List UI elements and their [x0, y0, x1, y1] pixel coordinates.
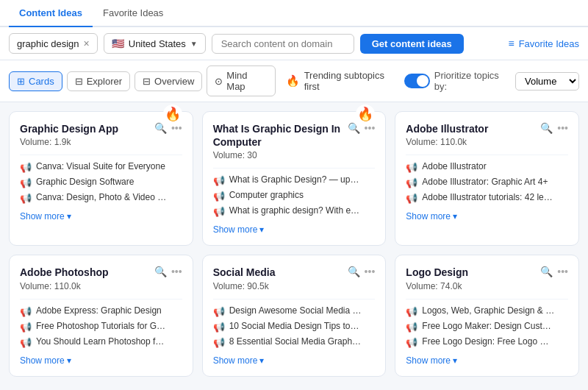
tab-content-ideas[interactable]: Content Ideas: [9, 0, 93, 27]
search-action-icon[interactable]: 🔍: [154, 266, 167, 277]
card-item-text: Adobe Illustrator: [422, 161, 486, 171]
card-items-list: 📢 Design Awesome Social Media Graphics W…: [213, 305, 376, 348]
card-volume: Volume: 90.5k: [213, 281, 376, 291]
search-chip-text: graphic design: [17, 38, 79, 49]
megaphone-icon: 📢: [20, 193, 32, 204]
search-action-icon[interactable]: 🔍: [540, 122, 553, 134]
prioritize-label: Prioritize topics by:: [434, 70, 511, 92]
card-volume: Volume: 1.9k: [20, 137, 182, 147]
domain-search-input[interactable]: [212, 34, 354, 54]
card-list-item: 📢 Adobe Express: Graphic Design: [20, 305, 182, 317]
megaphone-icon: 📢: [406, 193, 417, 204]
overview-view-icon: ⊟: [143, 76, 151, 87]
megaphone-icon: 📢: [213, 175, 225, 186]
card-items-list: 📢 Adobe Express: Graphic Design 📢 Free P…: [20, 305, 182, 348]
view-btn-cards[interactable]: ⊞ Cards: [9, 71, 62, 91]
card-title: What Is Graphic Design In Computer: [213, 122, 348, 149]
view-btn-overview[interactable]: ⊟ Overview: [135, 71, 202, 91]
card-list-item: 📢 Free Logo Maker: Design Custom Logos: [406, 321, 568, 333]
card-divider: [406, 299, 568, 299]
card-item-text: 10 Social Media Design Tips to Stand Out…: [229, 321, 362, 331]
card-list-item: 📢 Logos, Web, Graphic Design & More.: [406, 305, 568, 317]
search-chip[interactable]: graphic design ×: [9, 33, 98, 54]
country-flag-icon: 🇺🇸: [112, 38, 124, 49]
trending-label: Trending subtopics first: [304, 70, 400, 92]
megaphone-icon: 📢: [406, 306, 417, 317]
card-actions: 🔍 •••: [348, 122, 376, 134]
trending-subtopics-group: 🔥 Trending subtopics first: [286, 70, 430, 92]
card-header: What Is Graphic Design In Computer 🔍 •••: [213, 122, 376, 149]
card-list-item: 📢 Adobe Illustrator tutorials: 42 lesson…: [406, 192, 568, 204]
card-title: Graphic Design App: [20, 122, 154, 135]
megaphone-icon: 📢: [406, 177, 417, 188]
card-item-text: What is Graphic Design? — updated 2023: [229, 174, 362, 185]
show-more-button[interactable]: Show more ▾: [406, 355, 568, 366]
more-action-icon[interactable]: •••: [557, 122, 568, 134]
show-more-button[interactable]: Show more ▾: [20, 211, 182, 221]
fire-badge: 🔥: [163, 104, 182, 124]
get-ideas-button[interactable]: Get content ideas: [360, 34, 464, 54]
card-item-text: Graphic Design Software: [36, 177, 134, 187]
search-action-icon[interactable]: 🔍: [348, 122, 360, 134]
megaphone-icon: 📢: [406, 337, 417, 348]
card-item-text: Free Logo Design: Free Logo Maker: [422, 336, 554, 347]
country-selector[interactable]: 🇺🇸 United States ▼: [104, 33, 206, 54]
card-header: Social Media 🔍 •••: [213, 266, 376, 279]
favorite-ideas-link[interactable]: ≡ Favorite Ideas: [508, 38, 579, 49]
card-actions: 🔍 •••: [540, 122, 568, 134]
card-item-text: Free Photoshop Tutorials for Graphic Des…: [36, 321, 168, 331]
card-item-text: Adobe Illustrator: Graphic Art 4+: [422, 177, 548, 187]
show-more-button[interactable]: Show more ▾: [213, 224, 376, 235]
card-volume: Volume: 110.0k: [20, 281, 182, 291]
view-bar: ⊞ Cards ⊟ Explorer ⊟ Overview ⊙ Mind Map…: [0, 60, 588, 102]
mindmap-view-icon: ⊙: [215, 76, 223, 87]
close-icon[interactable]: ×: [84, 38, 90, 49]
favorite-ideas-label: Favorite Ideas: [519, 38, 579, 49]
view-btn-mindmap[interactable]: ⊙ Mind Map: [207, 65, 275, 96]
chevron-down-icon: ▾: [453, 211, 457, 221]
more-action-icon[interactable]: •••: [171, 122, 182, 134]
more-action-icon[interactable]: •••: [365, 122, 376, 134]
card-item-text: Free Logo Maker: Design Custom Logos: [422, 321, 554, 331]
fire-badge: 🔥: [356, 104, 375, 124]
card-list-item: 📢 Canva: Visual Suite for Everyone: [20, 161, 182, 173]
chevron-down-icon: ▾: [67, 355, 71, 366]
fire-badge-icon: 🔥: [357, 107, 373, 121]
more-action-icon[interactable]: •••: [171, 266, 182, 277]
more-action-icon[interactable]: •••: [557, 266, 568, 277]
top-tabs-bar: Content Ideas Favorite Ideas: [0, 0, 588, 27]
mindmap-view-label: Mind Map: [226, 70, 267, 92]
card-list-item: 📢 Design Awesome Social Media Graphics W…: [213, 305, 376, 317]
tab-favorite-ideas[interactable]: Favorite Ideas: [93, 0, 173, 27]
card-title: Adobe Photoshop: [20, 266, 154, 279]
fire-badge-icon: 🔥: [165, 107, 181, 121]
card-list-item: 📢 Canva: Design, Photo & Video on the Ap…: [20, 192, 182, 204]
more-action-icon[interactable]: •••: [365, 266, 376, 277]
card-list-item: 📢 What is graphic design? With examples …: [213, 205, 376, 217]
card-list-item: 📢 What is Graphic Design? — updated 2023: [213, 174, 376, 186]
card-list-item: 📢 8 Essential Social Media Graphic Desig…: [213, 336, 376, 348]
card-item-text: Canva: Design, Photo & Video on the App …: [36, 192, 168, 202]
card-divider: [406, 155, 568, 155]
card-header: Adobe Illustrator 🔍 •••: [406, 122, 568, 135]
card-item-text: 8 Essential Social Media Graphic Design …: [229, 336, 362, 347]
chevron-down-icon: ▼: [190, 40, 198, 48]
search-action-icon[interactable]: 🔍: [154, 122, 167, 134]
search-action-icon[interactable]: 🔍: [540, 266, 553, 277]
card-title: Social Media: [213, 266, 348, 279]
card-list-item: 📢 Free Logo Design: Free Logo Maker: [406, 336, 568, 348]
megaphone-icon: 📢: [213, 191, 225, 202]
show-more-button[interactable]: Show more ▾: [406, 211, 568, 221]
show-more-button[interactable]: Show more ▾: [20, 355, 182, 366]
megaphone-icon: 📢: [406, 162, 417, 173]
card-list-item: 📢 You Should Learn Photoshop for Graphic…: [20, 336, 182, 348]
card-volume: Volume: 30: [213, 150, 376, 160]
megaphone-icon: 📢: [20, 322, 32, 333]
prioritize-select[interactable]: Volume Trend Difficulty: [515, 72, 579, 91]
trending-toggle[interactable]: [404, 74, 430, 88]
card-item: Logo Design 🔍 ••• Volume: 74.0k 📢 Logos,…: [395, 255, 579, 376]
chevron-down-icon: ▾: [67, 211, 71, 221]
show-more-button[interactable]: Show more ▾: [213, 355, 376, 366]
view-btn-explorer[interactable]: ⊟ Explorer: [67, 71, 130, 91]
search-action-icon[interactable]: 🔍: [348, 266, 360, 277]
